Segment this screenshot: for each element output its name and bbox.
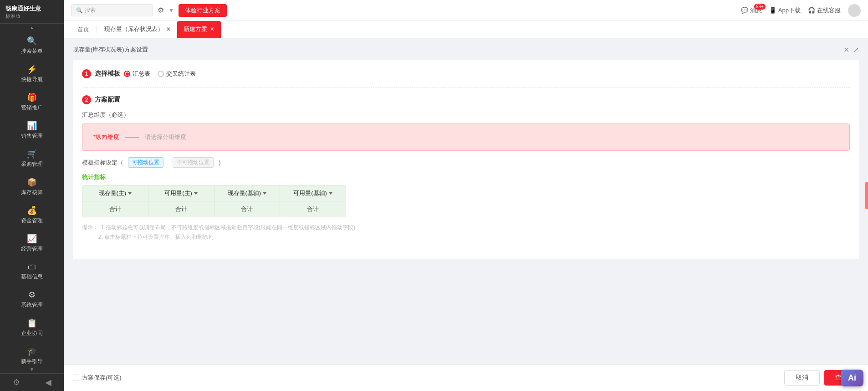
content-area: 现存量(库存状况表)方案设置 ✕ ⤢ 1 选择模板 汇总表 xyxy=(64,38,868,364)
tabs-bar: 首页 现存量（库存状况表） ✕ 新建方案 ✕ xyxy=(64,21,868,38)
sidebar-item-quick-nav[interactable]: ⚡ 快捷导航 xyxy=(0,60,64,88)
chevron-down-icon-0[interactable] xyxy=(128,192,132,195)
close-tab-new-plan[interactable]: ✕ xyxy=(210,26,214,32)
dimension-placeholder: 请选择分组维度 xyxy=(145,133,186,141)
newbie-icon: 🎓 xyxy=(27,346,37,356)
collapse-icon[interactable]: ◀ xyxy=(45,377,51,387)
marketing-icon: 🎁 xyxy=(27,93,37,103)
sidebar-item-label: 企业协同 xyxy=(21,329,43,337)
dimension-label: 汇总维度（必选） xyxy=(82,111,850,119)
inventory-icon: 📦 xyxy=(27,177,37,187)
radio-crosstab[interactable]: 交叉统计表 xyxy=(158,70,196,78)
radio-summary[interactable]: 汇总表 xyxy=(124,70,150,78)
panel-controls: ✕ ⤢ xyxy=(843,46,859,54)
settings-icon[interactable]: ⚙ xyxy=(158,6,164,15)
stats-label: 统计指标 xyxy=(82,173,850,181)
sidebar-item-label: 营销推广 xyxy=(21,104,43,112)
save-checkbox[interactable] xyxy=(73,375,79,381)
sidebar-item-inventory[interactable]: 📦 库存核算 xyxy=(0,173,64,201)
tip-label: 提示： xyxy=(82,224,98,232)
close-panel-icon[interactable]: ✕ xyxy=(843,46,849,54)
sidebar-item-label: 基础信息 xyxy=(21,273,43,281)
sidebar-item-operations[interactable]: 📈 经营管理 xyxy=(0,229,64,257)
tab-home[interactable]: 首页 xyxy=(71,21,96,38)
sidebar-item-contract[interactable]: 📋 企业协同 xyxy=(0,314,64,342)
ai-button[interactable]: Ai xyxy=(841,370,863,386)
search-icon: 🔍 xyxy=(76,7,83,14)
radio-circle-summary xyxy=(124,71,130,77)
footer: 方案保存(可选) 取消 查询 xyxy=(64,364,868,391)
sidebar-item-label: 资金管理 xyxy=(21,217,43,225)
template-radio-group: 汇总表 交叉统计表 xyxy=(124,70,196,78)
stats-col-header-label-2: 现存量(基辅) xyxy=(228,189,261,197)
dimension-required: *纵向维度 xyxy=(93,133,119,141)
sidebar-item-label: 新手引导 xyxy=(21,358,43,365)
stats-col-header-label-1: 可用量(主) xyxy=(164,189,192,197)
settings-icon[interactable]: ⚙ xyxy=(13,377,20,387)
sidebar-item-newbie[interactable]: 🎓 新手引导 xyxy=(0,342,64,365)
sidebar-logo: 畅康通好生意 标准版 xyxy=(0,0,64,24)
stats-col-header-2[interactable]: 现存量(基辅) xyxy=(214,185,280,201)
tab-inventory[interactable]: 现存量（库存状况表） ✕ xyxy=(98,21,177,38)
main-area: 🔍 搜索 ⚙ ▼ 体验行业方案 💬 消息 99+ 📱 App下载 🎧 在线客服 xyxy=(64,0,868,391)
stats-col-header-label-0: 现存量(主) xyxy=(99,189,127,197)
sidebar-item-sales[interactable]: 📊 销售管理 xyxy=(0,116,64,144)
stats-col-header-0[interactable]: 现存量(主) xyxy=(82,185,148,201)
stats-col-1: 可用量(主) 合计 xyxy=(148,185,214,217)
cancel-button[interactable]: 取消 xyxy=(784,370,820,386)
search-icon: 🔍 xyxy=(27,36,37,46)
topbar: 🔍 搜索 ⚙ ▼ 体验行业方案 💬 消息 99+ 📱 App下载 🎧 在线客服 xyxy=(64,0,868,21)
sidebar-item-search[interactable]: 🔍 搜索菜单 xyxy=(0,31,64,60)
main-panel: ✕ ⤢ 1 选择模板 汇总表 交叉统计表 xyxy=(73,60,859,259)
sidebar-item-label: 库存核算 xyxy=(21,189,43,196)
online-service-label: 在线客服 xyxy=(817,6,841,15)
purchase-icon: 🛒 xyxy=(27,149,37,159)
stats-col-header-3[interactable]: 可用量(基辅) xyxy=(280,185,346,201)
close-tab-inventory[interactable]: ✕ xyxy=(166,26,171,32)
save-option[interactable]: 方案保存(可选) xyxy=(73,374,122,382)
stats-col-0: 现存量(主) 合计 xyxy=(82,185,148,217)
section2-header: 2 方案配置 xyxy=(82,95,850,104)
stats-col-3: 可用量(基辅) 合计 xyxy=(280,185,346,217)
tab-new-plan[interactable]: 新建方案 ✕ xyxy=(177,21,221,38)
dimension-box[interactable]: *纵向维度 —— 请选择分组维度 xyxy=(82,123,850,151)
sidebar-item-system[interactable]: ⚙ 系统管理 xyxy=(0,285,64,314)
sidebar-item-label: 系统管理 xyxy=(21,301,43,309)
industry-plan-button[interactable]: 体验行业方案 xyxy=(179,4,227,17)
stats-table: 现存量(主) 合计 可用量(主) 合计 xyxy=(82,185,346,217)
stats-col-header-1[interactable]: 可用量(主) xyxy=(148,185,214,201)
sidebar-item-label: 快捷导航 xyxy=(21,76,43,83)
chevron-down-icon-2[interactable] xyxy=(263,192,266,195)
online-service-button[interactable]: 🎧 在线客服 xyxy=(808,6,841,15)
system-icon: ⚙ xyxy=(28,290,36,300)
radio-crosstab-label: 交叉统计表 xyxy=(166,70,196,78)
finance-icon: 💰 xyxy=(27,206,37,216)
sidebar-item-purchase[interactable]: 🛒 采购管理 xyxy=(0,144,64,173)
sidebar-item-marketing[interactable]: 🎁 营销推广 xyxy=(0,88,64,116)
sidebar-scroll-down[interactable]: ▼ xyxy=(0,365,64,373)
sidebar-item-label: 采购管理 xyxy=(21,160,43,168)
topbar-left: 🔍 搜索 ⚙ ▼ 体验行业方案 xyxy=(71,4,227,17)
expand-panel-icon[interactable]: ⤢ xyxy=(853,46,859,54)
search-box[interactable]: 🔍 搜索 xyxy=(71,4,153,16)
indicator-label-end: ） xyxy=(218,159,224,167)
sidebar-item-basic[interactable]: 🗃 基础信息 xyxy=(0,257,64,285)
section1-title: 选择模板 xyxy=(95,70,120,78)
avatar[interactable] xyxy=(848,4,861,17)
basic-icon: 🗃 xyxy=(28,262,36,272)
sidebar-item-label: 搜索菜单 xyxy=(21,47,43,55)
section1-header: 1 选择模板 汇总表 交叉统计表 xyxy=(82,69,850,78)
app-download-button[interactable]: 📱 App下载 xyxy=(769,6,801,15)
sidebar-item-finance[interactable]: 💰 资金管理 xyxy=(0,201,64,229)
section2-title: 方案配置 xyxy=(95,96,120,104)
dropdown-icon[interactable]: ▼ xyxy=(168,7,174,14)
messages-button[interactable]: 💬 消息 99+ xyxy=(741,6,762,15)
sidebar-scroll-up[interactable]: ▲ xyxy=(0,24,64,31)
chevron-down-icon-1[interactable] xyxy=(194,192,198,195)
messages-icon: 💬 xyxy=(741,7,748,14)
tip-spacer xyxy=(82,233,96,241)
save-label: 方案保存(可选) xyxy=(82,374,122,382)
radio-summary-label: 汇总表 xyxy=(133,70,150,78)
chevron-down-icon-3[interactable] xyxy=(329,192,332,195)
sidebar-item-label: 销售管理 xyxy=(21,132,43,140)
